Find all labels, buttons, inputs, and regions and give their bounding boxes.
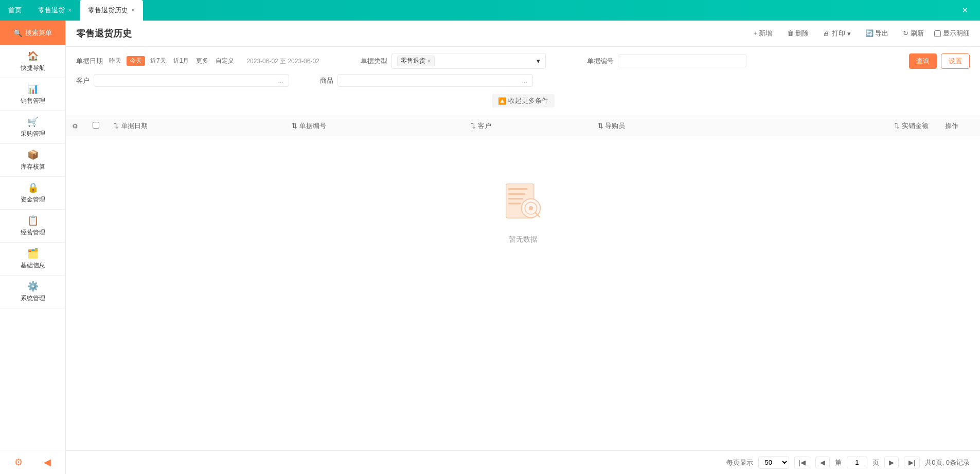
main-layout: 🔍 搜索菜单 🏠 快捷导航 📊 销售管理 🛒 采购管理 📦 库存核算 🔒 资金管… [0,21,980,474]
th-settings[interactable]: ⚙ [66,116,86,136]
next-page-button[interactable]: ▶ [884,457,899,468]
empty-state-row: 暂无数据 [66,136,980,286]
date-custom[interactable]: 自定义 [213,56,236,66]
sidebar-item-finance[interactable]: 🔒 资金管理 [0,177,65,210]
add-label: + 新增 [753,29,772,38]
sidebar-item-ops-mgmt[interactable]: 📋 经营管理 [0,210,65,243]
svg-rect-1 [508,188,527,190]
date-shortcuts: 昨天 今天 近7天 近1月 更多 自定义 [107,56,236,66]
goods-input[interactable]: ... [337,74,533,87]
date-last-month[interactable]: 近1月 [171,56,191,66]
doc-type-label: 单据类型 [361,57,387,66]
filter-row-1: 单据日期 昨天 今天 近7天 近1月 更多 自定义 2023-06-02 至 2… [76,53,970,69]
th-doc-date-label: ⇅ 单据日期 [113,122,148,130]
prev-page-button[interactable]: ◀ [815,457,830,468]
th-check[interactable] [86,116,107,136]
tab-retail-return-history[interactable]: 零售退货历史 × [80,0,143,21]
date-range: 2023-06-02 至 2023-06-02 [246,57,319,66]
toolbar: + 新增 🗑 删除 🖨 打印 ▾ 🔄 导出 ↻ 刷新 [749,27,970,40]
ops-icon: 📋 [27,215,39,226]
total-text: 共0页, 0条记录 [925,458,970,467]
doc-type-remove-icon[interactable]: × [427,58,431,65]
data-table: ⚙ ⇅ 单据日期 ⇅ 单据编号 ⇅ 客户 [66,116,980,285]
empty-text: 暂无数据 [509,235,538,244]
refresh-button[interactable]: ↻ 刷新 [899,27,928,40]
customer-input[interactable]: ... [94,74,289,87]
doc-number-label: 单据编号 [587,57,614,66]
doc-type-chevron-icon: ▾ [537,57,540,65]
date-last7[interactable]: 近7天 [148,56,168,66]
table-body: 暂无数据 [66,136,980,286]
date-more[interactable]: 更多 [194,56,210,66]
export-label: 🔄 导出 [865,29,889,38]
collapse-button[interactable]: 🔼 收起更多条件 [492,94,555,107]
date-yesterday[interactable]: 昨天 [107,56,123,66]
sidebar-item-sales-mgmt-label: 销售管理 [21,97,45,105]
th-doc-date[interactable]: ⇅ 单据日期 [107,116,286,136]
sys-icon: ⚙️ [27,281,39,292]
content-area: 零售退货历史 + 新增 🗑 删除 🖨 打印 ▾ 🔄 导出 [66,21,980,474]
sidebar-item-purchase-mgmt[interactable]: 🛒 采购管理 [0,111,65,144]
purchase-icon: 🛒 [27,116,39,127]
page-size-select[interactable]: 20 50 100 [758,456,789,469]
query-button[interactable]: 查询 [909,53,937,69]
tab-home[interactable]: 首页 [0,0,30,21]
home-icon: 🏠 [27,50,39,62]
inventory-icon: 📦 [27,149,39,160]
sidebar-item-finance-label: 资金管理 [21,195,45,204]
delete-button[interactable]: 🗑 删除 [783,27,813,40]
svg-rect-2 [508,193,525,195]
sidebar-bottom: ⚙ ◀ [0,450,65,474]
collapse-up-icon: 🔼 [498,97,506,105]
th-guide[interactable]: ⇅ 导购员 [592,116,744,136]
select-all-checkbox[interactable] [93,122,99,129]
refresh-label: ↻ 刷新 [903,29,924,38]
date-filter-label: 单据日期 [76,57,103,66]
svg-rect-4 [508,203,521,204]
tab-retail-return-close[interactable]: × [68,7,72,14]
sidebar-item-ops-mgmt-label: 经营管理 [21,228,45,237]
first-page-button[interactable]: |◀ [794,457,810,468]
empty-icon [497,177,549,229]
export-button[interactable]: 🔄 导出 [861,27,893,40]
sidebar-search-label: 搜索菜单 [25,28,52,38]
filter-date: 单据日期 昨天 今天 近7天 近1月 更多 自定义 [76,56,236,66]
sidebar-item-basic-info[interactable]: 🗂️ 基础信息 [0,243,65,276]
date-today[interactable]: 今天 [127,56,145,66]
tab-retail-return[interactable]: 零售退货 × [30,0,80,21]
sidebar-settings-icon[interactable]: ⚙ [14,457,23,468]
th-customer-label: ⇅ 客户 [470,122,491,130]
sidebar-item-sys-mgmt[interactable]: ⚙️ 系统管理 [0,276,65,308]
settings-button[interactable]: 设置 [941,53,970,69]
window-close-icon[interactable]: × [958,3,972,18]
tab-retail-return-history-close[interactable]: × [131,7,135,14]
add-button[interactable]: + 新增 [749,27,776,40]
sidebar-item-inventory-label: 库存核算 [21,162,45,171]
page-title-row: 零售退货历史 + 新增 🗑 删除 🖨 打印 ▾ 🔄 导出 [76,27,970,40]
show-detail-checkbox[interactable]: 显示明细 [934,29,970,38]
th-customer[interactable]: ⇅ 客户 [464,116,592,136]
th-doc-no[interactable]: ⇅ 单据编号 [286,116,464,136]
filter-doc-type: 单据类型 零售退货 × ▾ [361,53,546,69]
print-label: 🖨 打印 [823,29,845,38]
print-chevron-icon: ▾ [847,30,851,38]
current-page-input[interactable]: 1 [847,457,867,468]
collapse-label: 收起更多条件 [508,96,548,105]
doc-type-select[interactable]: 零售退货 × ▾ [391,53,546,69]
filter-area: 单据日期 昨天 今天 近7天 近1月 更多 自定义 2023-06-02 至 2… [66,47,980,116]
sidebar-item-inventory[interactable]: 📦 库存核算 [0,144,65,177]
th-ops: 操作 [939,116,980,136]
show-detail-check[interactable] [934,30,941,37]
sidebar-collapse-icon[interactable]: ◀ [44,457,51,468]
doc-type-tag: 零售退货 × [397,56,435,66]
th-amount[interactable]: ⇅ 实销金额 [744,116,939,136]
finance-icon: 🔒 [27,182,39,193]
sidebar-item-sales-mgmt[interactable]: 📊 销售管理 [0,78,65,111]
sidebar-item-quick-nav[interactable]: 🏠 快捷导航 [0,45,65,78]
sidebar-item-sys-mgmt-label: 系统管理 [21,294,45,303]
print-button[interactable]: 🖨 打印 ▾ [819,27,855,40]
last-page-button[interactable]: ▶| [904,457,920,468]
doc-number-input[interactable] [618,54,746,67]
sidebar-search[interactable]: 🔍 搜索菜单 [0,21,65,45]
empty-state: 暂无数据 [66,136,980,285]
